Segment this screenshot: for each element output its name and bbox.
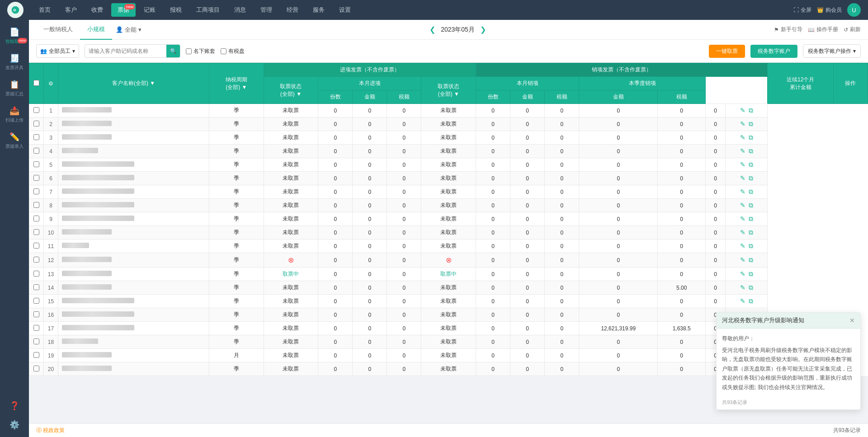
edit-icon[interactable]: ✎ [740, 134, 745, 141]
guide-btn[interactable]: ⚑ 新手引导 [774, 26, 802, 33]
copy-icon[interactable]: ⧉ [749, 242, 753, 249]
edit-icon[interactable]: ✎ [740, 284, 745, 291]
manual-btn[interactable]: 📖 操作手册 [808, 26, 838, 33]
edit-icon[interactable]: ✎ [740, 107, 745, 114]
account-checkbox-input[interactable] [186, 48, 192, 54]
row-checkbox[interactable] [33, 257, 39, 263]
edit-icon[interactable]: ✎ [740, 188, 745, 195]
row-checkbox[interactable] [33, 284, 39, 290]
edit-icon[interactable]: ✎ [740, 120, 745, 127]
row-checkbox[interactable] [33, 202, 39, 208]
digital-ops-btn[interactable]: 税务数字账户操作 ▾ [803, 44, 861, 58]
row-out-status: 未取票 [421, 335, 476, 349]
edit-icon[interactable]: ✎ [740, 242, 745, 249]
copy-icon[interactable]: ⧉ [749, 147, 753, 155]
edit-icon[interactable]: ✎ [740, 297, 745, 305]
copy-icon[interactable]: ⧉ [749, 256, 753, 263]
copy-icon[interactable]: ⧉ [749, 174, 753, 182]
period-prev-btn[interactable]: ❮ [429, 25, 435, 34]
nav-business[interactable]: 工商项目 [190, 3, 226, 17]
row-checkbox[interactable] [33, 271, 39, 277]
row-out-status: 未取票 [421, 172, 476, 185]
copy-icon[interactable]: ⧉ [749, 215, 753, 222]
checkbox-account[interactable]: 名下账套 [186, 47, 215, 55]
nav-message[interactable]: 消息 [228, 3, 252, 17]
copy-icon[interactable]: ⧉ [749, 134, 753, 141]
copy-icon[interactable]: ⧉ [749, 229, 753, 236]
one-click-fetch-btn[interactable]: 一键取票 [709, 45, 745, 58]
edit-icon[interactable]: ✎ [740, 229, 745, 236]
edit-icon[interactable]: ✎ [740, 270, 745, 277]
row-checkbox[interactable] [33, 161, 39, 167]
nav-operation[interactable]: 经营 [280, 3, 305, 17]
nav-fee[interactable]: 收费 [85, 3, 109, 17]
copy-icon[interactable]: ⧉ [749, 120, 753, 127]
row-checkbox[interactable] [33, 229, 39, 235]
sidebar-item-smart-fetch[interactable]: 📄 智能取票 new [2, 23, 27, 48]
nav-tax[interactable]: 报税 [164, 3, 188, 17]
logo[interactable]: ✿ [7, 2, 24, 18]
member-btn[interactable]: 👑 购会员 [817, 6, 842, 14]
sidebar-item-settings[interactable]: ⚙️ [2, 416, 27, 433]
row-checkbox[interactable] [33, 325, 39, 331]
fullscreen-btn[interactable]: ⛶ 全屏 [793, 6, 811, 14]
row-checkbox[interactable] [33, 148, 39, 154]
refresh-btn[interactable]: ↺ 刷新 [844, 26, 861, 33]
nav-home[interactable]: 首页 [33, 3, 57, 17]
sidebar-item-help[interactable]: ❓ [2, 397, 27, 414]
employee-select[interactable]: 👥 全部员工 ▾ [36, 44, 79, 58]
copy-icon[interactable]: ⧉ [749, 270, 753, 277]
row-out-status: 未取票 [421, 322, 476, 335]
edit-icon[interactable]: ✎ [740, 147, 745, 155]
row-checkbox[interactable] [33, 216, 39, 221]
row-checkbox[interactable] [33, 134, 39, 140]
select-all-checkbox[interactable] [33, 80, 39, 86]
sidebar-item-scan[interactable]: 📤 扫描上传 [2, 102, 27, 127]
nav-settings[interactable]: 设置 [333, 3, 357, 17]
copy-icon[interactable]: ⧉ [749, 107, 753, 114]
sidebar-item-entry[interactable]: ✏️ 票据录入 [2, 128, 27, 153]
tab-small-scale[interactable]: 小规模 [80, 20, 112, 40]
row-checkbox[interactable] [33, 175, 39, 181]
row-quarter-tax: 0 [658, 308, 706, 322]
row-checkbox[interactable] [33, 366, 39, 371]
copy-icon[interactable]: ⧉ [749, 284, 753, 291]
copy-icon[interactable]: ⧉ [749, 188, 753, 195]
taxdisk-checkbox-input[interactable] [221, 48, 226, 54]
row-checkbox[interactable] [33, 311, 39, 317]
digital-account-btn[interactable]: 税务数字账户 [750, 45, 797, 58]
copy-icon[interactable]: ⧉ [749, 161, 753, 168]
sidebar-item-invoice-issue[interactable]: 🧾 发票开具 [2, 50, 27, 74]
nav-invoice[interactable]: 票据 new [111, 3, 136, 17]
nav-manage[interactable]: 管理 [254, 3, 278, 17]
row-checkbox[interactable] [33, 352, 39, 358]
copy-icon[interactable]: ⧉ [749, 202, 753, 209]
row-checkbox[interactable] [33, 121, 39, 127]
tab-general-taxpayer[interactable]: 一般纳税人 [36, 20, 80, 40]
user-avatar[interactable]: U [847, 3, 861, 17]
nav-bookkeeping[interactable]: 记账 [137, 3, 162, 17]
search-input[interactable] [85, 48, 166, 54]
edit-icon[interactable]: ✎ [740, 215, 745, 222]
tab-all[interactable]: 👤 全能 ▾ [116, 26, 142, 34]
search-button[interactable]: 🔍 [166, 44, 180, 58]
edit-icon[interactable]: ✎ [740, 202, 745, 209]
edit-icon[interactable]: ✎ [740, 161, 745, 168]
edit-icon[interactable]: ✎ [740, 256, 745, 263]
period-next-btn[interactable]: ❯ [480, 25, 486, 34]
row-checkbox[interactable] [33, 298, 39, 304]
nav-customer[interactable]: 客户 [59, 3, 83, 17]
checkbox-taxdisk[interactable]: 有税盘 [221, 47, 245, 55]
tax-policy-link[interactable]: ⓪ 税政政策 [36, 427, 65, 434]
notification-footer: 共93条记录 [717, 397, 860, 409]
sidebar-item-summary[interactable]: 📋 票据汇总 [2, 76, 27, 100]
nav-service[interactable]: 服务 [307, 3, 331, 17]
row-checkbox[interactable] [33, 338, 39, 344]
row-checkbox[interactable] [33, 188, 39, 194]
notification-close-btn[interactable]: ✕ [849, 317, 855, 324]
row-actions: ✎ ⧉ [726, 158, 768, 172]
edit-icon[interactable]: ✎ [740, 174, 745, 182]
row-checkbox[interactable] [33, 107, 39, 113]
row-checkbox[interactable] [33, 243, 39, 249]
copy-icon[interactable]: ⧉ [749, 297, 753, 305]
